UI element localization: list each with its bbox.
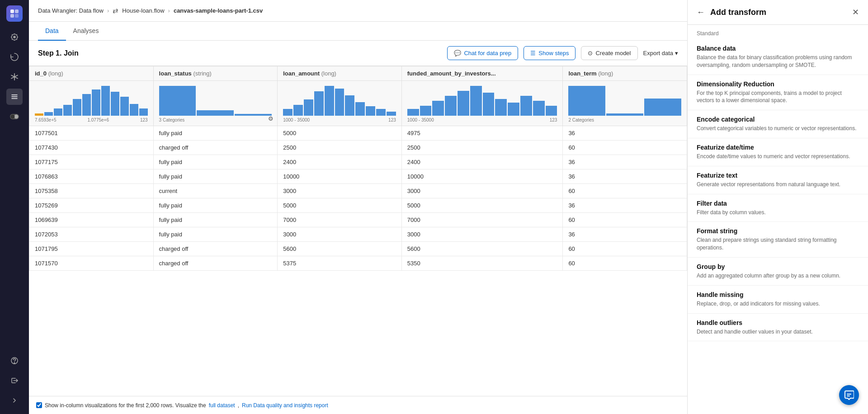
table-cell-loan_term: 36 (563, 198, 687, 213)
hist-bar (120, 97, 129, 116)
table-cell-loan_status: fully paid (153, 126, 278, 141)
panel-section-label: Standard (688, 25, 868, 39)
transform-item[interactable]: Filter dataFilter data by column values. (688, 194, 868, 222)
model-label: Create model (595, 50, 631, 56)
chat-fab[interactable] (839, 385, 859, 405)
svg-point-13 (11, 115, 15, 119)
svg-rect-1 (15, 9, 19, 13)
tabs-bar: Data Analyses (29, 22, 687, 41)
hist-categories: 3 Categories (159, 118, 185, 122)
table-cell-loan_term: 60 (563, 213, 687, 227)
table-cell-loan_amount: 5600 (278, 242, 402, 256)
table-cell-loan_amount: 2400 (278, 155, 402, 169)
bottom-sep: , (238, 402, 239, 409)
hist-bar (82, 94, 91, 116)
table-cell-loan_amount: 3000 (278, 184, 402, 198)
transform-item[interactable]: Featurize textGenerate vector representa… (688, 166, 868, 194)
col-header-funded-amount: funded_amount_by_investors... (401, 66, 563, 81)
hist-bar (345, 95, 354, 116)
hist-bar (432, 101, 444, 116)
hist-bar (546, 106, 557, 116)
breadcrumb-flow: House-loan.flow (122, 7, 164, 14)
transform-name: Handle outliers (697, 319, 859, 326)
run-quality-report-link[interactable]: Run Data quality and insights report (242, 402, 328, 409)
col-header-id0: id_0 (long) (29, 66, 154, 81)
table-cell-loan_term: 60 (563, 141, 687, 155)
right-panel: ← Add transform ✕ Standard Balance dataB… (687, 0, 868, 414)
transform-item[interactable]: Featurize date/timeEncode date/time valu… (688, 138, 868, 166)
table-cell-loan_term: 36 (563, 126, 687, 141)
toggle-icon[interactable] (6, 108, 23, 125)
transform-name: Dimensionality Reduction (697, 80, 859, 88)
hist-bar (366, 106, 375, 116)
tab-analyses[interactable]: Analyses (66, 22, 106, 41)
visualization-checkbox[interactable] (36, 402, 42, 408)
breadcrumb-sep-1: › (107, 7, 109, 14)
panel-title: Add transform (710, 8, 847, 17)
transform-item[interactable]: Format stringClean and prepare strings u… (688, 222, 868, 258)
hist-categories: 2 Categories (568, 118, 594, 122)
hist-range-end: 1.0775e+6 (87, 118, 109, 122)
table-row: 1075269fully paid5000500036 (29, 198, 687, 213)
transform-name: Format string (697, 227, 859, 235)
table-cell-funded_amount: 2500 (401, 141, 563, 155)
table-row: 1071795charged off5600560060 (29, 242, 687, 256)
hist-bar (111, 92, 119, 116)
transform-name: Encode categorical (697, 116, 859, 123)
bottom-bar-text: Show in-column visualizations for the fi… (45, 402, 206, 409)
table-cell-loan_term: 36 (563, 169, 687, 184)
signout-icon[interactable] (6, 372, 23, 389)
hist-bar (644, 99, 681, 116)
transform-name: Handle missing (697, 291, 859, 298)
help-icon[interactable] (6, 353, 23, 369)
transform-item[interactable]: Dimensionality ReductionFor the top K pr… (688, 75, 868, 111)
transform-item[interactable]: Group byAdd an aggregated column after g… (688, 258, 868, 286)
table-cell-funded_amount: 3000 (401, 227, 563, 242)
table-cell-loan_amount: 10000 (278, 169, 402, 184)
table-cell-funded_amount: 3000 (401, 184, 563, 198)
panel-back-button[interactable]: ← (697, 8, 705, 17)
svg-point-12 (14, 115, 19, 119)
table-row: 1077175fully paid2400240036 (29, 155, 687, 169)
main-content: Data Wrangler: Data flow › ⇄ House-loan.… (29, 0, 687, 414)
transform-item[interactable]: Balance dataBalance the data for binary … (688, 39, 868, 75)
hist-bar (235, 114, 272, 116)
table-row: 1077501fully paid5000497536 (29, 126, 687, 141)
table-cell-id_0: 1072053 (29, 227, 154, 242)
transform-item[interactable]: Handle missingReplace, drop, or add indi… (688, 286, 868, 314)
transform-item[interactable]: Handle outliersDetect and handle outlier… (688, 314, 868, 342)
table-cell-loan_term: 60 (563, 184, 687, 198)
tab-data[interactable]: Data (38, 22, 66, 41)
expand-icon[interactable] (6, 392, 23, 409)
hist-bar (44, 112, 53, 116)
transform-desc: Generate vector representations from nat… (697, 181, 859, 188)
panel-close-button[interactable]: ✕ (852, 7, 859, 17)
hist-meta-loan-amount: 1000 - 35000 123 (283, 118, 396, 122)
table-cell-loan_status: fully paid (153, 169, 278, 184)
transform-desc: Balance the data for binary classificati… (697, 54, 859, 69)
transform-name: Featurize date/time (697, 144, 859, 151)
chat-for-data-prep-button[interactable]: 💬 Chat for data prep (447, 46, 518, 60)
export-data-button[interactable]: Export data ▾ (643, 50, 679, 56)
table-scroll[interactable]: id_0 (long) loan_status (string) loan_am… (29, 66, 687, 396)
transform-name: Balance data (697, 45, 859, 52)
table-row: 1071570charged off5375535060 (29, 256, 687, 271)
hist-bar (283, 109, 292, 116)
refresh-icon[interactable] (6, 49, 23, 65)
create-model-button[interactable]: ⊙ Create model (581, 46, 637, 60)
show-steps-button[interactable]: ☰ Show steps (524, 46, 576, 60)
table-cell-id_0: 1077430 (29, 141, 154, 155)
asterisk-icon[interactable] (6, 69, 23, 85)
transform-item[interactable]: Encode categoricalConvert categorical va… (688, 110, 868, 138)
hist-filter-icon[interactable]: ⚙ (268, 115, 274, 122)
hist-meta-loan-status: 3 Categories (159, 118, 272, 122)
table-cell-loan_amount: 7000 (278, 213, 402, 227)
full-dataset-link[interactable]: full dataset (209, 402, 235, 409)
hist-bars-id0 (35, 84, 148, 116)
list-icon[interactable] (6, 89, 23, 105)
hist-bar (470, 86, 482, 116)
gear-icon[interactable] (6, 29, 23, 45)
hist-id0: 7.6593e+5 1.0775e+6 123 (29, 81, 154, 126)
table-cell-loan_status: fully paid (153, 155, 278, 169)
hist-meta-id0: 7.6593e+5 1.0775e+6 123 (35, 118, 148, 122)
